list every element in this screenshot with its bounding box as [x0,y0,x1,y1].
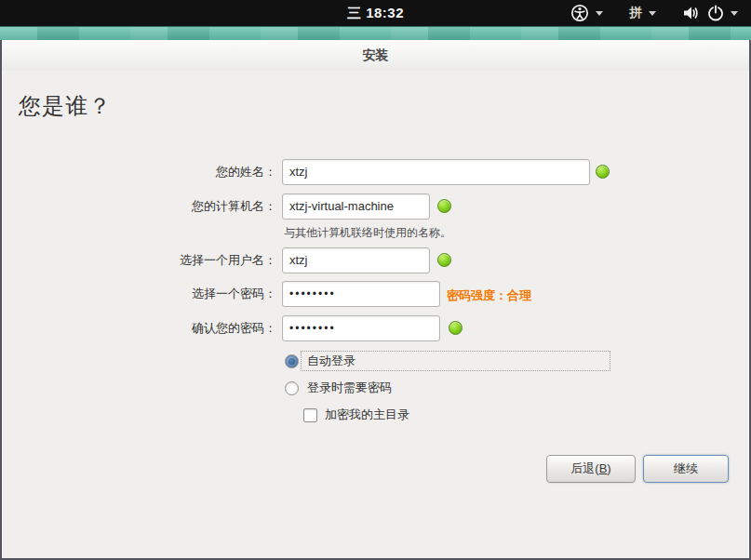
accessibility-icon[interactable] [570,4,589,22]
window-titlebar[interactable]: 安装 [2,40,749,71]
accessibility-menu-arrow-icon[interactable] [596,11,603,16]
require-password-radio[interactable] [285,381,299,395]
hostname-hint: 与其他计算机联络时使用的名称。 [284,225,451,241]
password-strength-label: 密码强度：合理 [447,287,531,304]
hostname-input[interactable]: xtzj-virtual-machine [282,193,430,220]
username-valid-icon [437,253,451,267]
confirm-password-input[interactable]: •••••••• [282,315,440,341]
name-valid-icon [596,165,610,179]
desktop-background [0,26,751,40]
auto-login-radio[interactable] [285,354,299,368]
confirm-password-label: 确认您的密码： [16,315,276,341]
username-input[interactable]: xtzj [282,247,430,273]
hostname-label: 您的计算机名： [16,193,276,220]
password-input[interactable]: •••••••• [282,281,440,307]
page-title: 您是谁？ [19,91,112,121]
window-title: 安装 [363,47,389,64]
confirm-valid-icon [449,321,463,335]
system-tray: 拼 [570,0,738,26]
installer-window: 安装 您是谁？ 您的姓名： xtzj 您的计算机名： xtzj-virtual-… [0,40,751,560]
session-menu-arrow-icon[interactable] [731,11,738,16]
username-label: 选择一个用户名： [16,247,276,273]
top-panel: 三 18:32 拼 [0,0,751,26]
back-button[interactable]: 后退(B) [546,455,636,483]
name-input[interactable]: xtzj [282,159,590,185]
screen: 三 18:32 拼 [0,0,751,560]
hostname-valid-icon [437,199,451,213]
require-password-label[interactable]: 登录时需要密码 [307,380,392,396]
input-method-menu-arrow-icon[interactable] [649,11,656,16]
encrypt-home-checkbox[interactable] [303,408,317,422]
input-method-indicator[interactable]: 拼 [629,5,642,21]
power-icon[interactable] [707,5,724,21]
continue-button[interactable]: 继续 [643,455,729,483]
encrypt-home-label[interactable]: 加密我的主目录 [325,407,409,423]
auto-login-label[interactable]: 自动登录 [307,353,355,369]
name-label: 您的姓名： [16,159,276,185]
password-label: 选择一个密码： [16,281,276,307]
volume-icon[interactable] [682,5,701,21]
